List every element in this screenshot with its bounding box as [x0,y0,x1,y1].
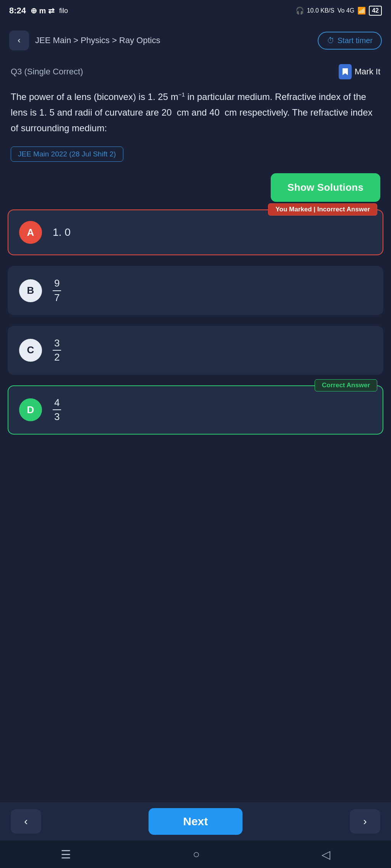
option-a-value: 1. 0 [53,226,71,238]
menu-icon[interactable]: ☰ [61,848,71,861]
question-content: The power of a lens (biconvex) is 1. 25 … [0,83,391,143]
mark-it-button[interactable]: Mark It [339,64,380,79]
bottom-nav: ‹ Next › [0,802,391,841]
status-time: 8:24 ⊕ m ⇄ filo [9,6,68,16]
option-a[interactable]: A 1. 0 [8,209,383,255]
option-c[interactable]: C 3 2 [8,326,383,375]
question-label: Q3 (Single Correct) [11,67,83,77]
option-b-wrapper: B 9 7 [8,266,383,315]
status-icons: 🎧 10.0 KB/S Vo 4G 📶 42 [296,6,382,16]
nav-header: ‹ JEE Main > Physics > Ray Optics ⏱ Star… [0,24,391,56]
option-c-value: 3 2 [53,337,61,363]
question-header: Q3 (Single Correct) Mark It [0,56,391,83]
option-d-circle: D [19,398,42,421]
prev-button[interactable]: ‹ [11,809,41,834]
exam-tag: JEE Main 2022 (28 Jul Shift 2) [11,147,123,162]
option-d[interactable]: D 4 3 [8,385,383,434]
system-nav-bar: ☰ ○ ◁ [0,841,391,868]
option-d-wrapper: Correct Answer D 4 3 [8,385,383,434]
breadcrumb: JEE Main > Physics > Ray Optics [35,35,160,45]
back-button[interactable]: ‹ [9,31,29,50]
option-b-value: 9 7 [53,277,61,303]
status-bar: 8:24 ⊕ m ⇄ filo 🎧 10.0 KB/S Vo 4G 📶 42 [0,0,391,21]
option-c-wrapper: C 3 2 [8,326,383,375]
start-timer-button[interactable]: ⏱ Start timer [318,32,382,50]
incorrect-answer-badge: You Marked | Incorrect Answer [268,203,377,216]
option-b[interactable]: B 9 7 [8,266,383,315]
options-container: You Marked | Incorrect Answer A 1. 0 B 9… [0,209,391,434]
option-a-circle: A [19,221,42,244]
option-c-circle: C [19,339,42,362]
tag-row: JEE Main 2022 (28 Jul Shift 2) [0,143,391,169]
bookmark-icon [339,64,352,79]
show-solutions-button[interactable]: Show Solutions [271,173,380,202]
correct-answer-badge: Correct Answer [315,379,377,391]
home-icon[interactable]: ○ [193,848,200,861]
back-icon[interactable]: ◁ [322,848,330,861]
next-arrow-button[interactable]: › [350,809,380,834]
next-button[interactable]: Next [149,808,242,835]
option-a-wrapper: You Marked | Incorrect Answer A 1. 0 [8,209,383,255]
option-b-circle: B [19,279,42,302]
option-d-value: 4 3 [53,397,61,423]
